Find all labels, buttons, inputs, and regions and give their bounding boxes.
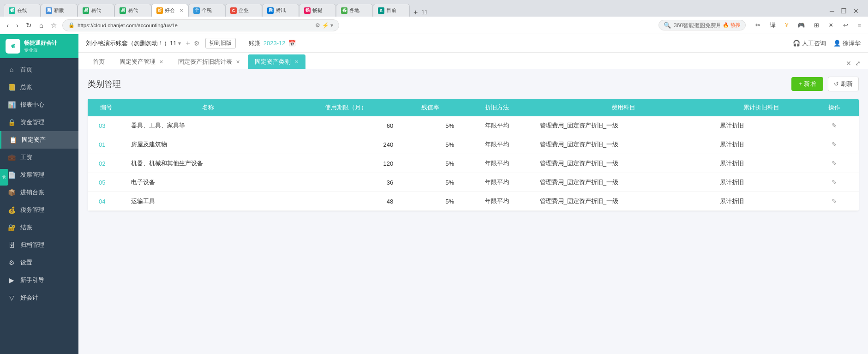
edit-btn-0[interactable]: ✎ (830, 121, 839, 130)
tab-label-depreciation-table: 固定资产折旧统计表 (178, 58, 232, 66)
sidebar-item-more[interactable]: ▽ 好会计 (0, 289, 78, 306)
home-btn[interactable]: ⌂ (37, 20, 45, 30)
browser-tab-yidai2[interactable]: 易 易代 (114, 4, 151, 17)
cell-expense-1: 管理费用_固定资产折旧_一级 (533, 135, 714, 154)
ledger-nav-icon: 📒 (7, 84, 16, 91)
brightness-icon[interactable]: ☀ (826, 21, 836, 30)
expand-tab-btn[interactable]: ⤢ (855, 60, 861, 67)
search-input[interactable] (674, 22, 720, 29)
close-btn[interactable]: ✕ (853, 7, 859, 15)
new-tab-btn[interactable]: + (413, 8, 418, 17)
browser-tab-bar: 畅 在线 新 新版 易 易代 易 易代 好 好会 ✕ 个 个税 C 企业 腾 (0, 0, 868, 17)
add-account-btn[interactable]: + (186, 39, 190, 48)
browser-tab-tengxun[interactable]: 腾 腾讯 (262, 4, 299, 17)
browser-tab-changte[interactable]: 畅 畅提 (299, 4, 336, 17)
col-header-period: 使用期限（月） (292, 99, 400, 116)
tab-list-btn[interactable]: 11 (421, 9, 427, 16)
tab-favicon-11: S (378, 7, 384, 14)
left-edge-icons: 食 (0, 169, 8, 186)
browser-tab-zaixin[interactable]: 畅 在线 (4, 4, 41, 17)
address-bar-row: ‹ › ↻ ⌂ ☆ 🔒 https://cloud.chanjet.com/ac… (0, 17, 868, 34)
tab-fixed-assets-mgmt[interactable]: 固定资产管理 ✕ (113, 54, 170, 69)
tab-bar-controls: ✕ ⤢ (846, 60, 861, 69)
tab-close-fixed-assets-mgmt[interactable]: ✕ (159, 59, 163, 65)
sidebar-item-closing[interactable]: 🔐 结账 (0, 219, 78, 236)
grid-icon[interactable]: ⊞ (812, 21, 821, 30)
sidebar-item-guide[interactable]: ▶ 新手引导 (0, 271, 78, 289)
old-version-btn[interactable]: 切到旧版 (205, 38, 236, 48)
tab-home[interactable]: 首页 (86, 54, 112, 69)
tab-actions: + 11 (410, 8, 431, 17)
sidebar-item-inventory[interactable]: 📦 进销台账 (0, 184, 78, 201)
menu-icon[interactable]: ≡ (855, 21, 863, 30)
tab-label-10: 各地 (349, 7, 359, 14)
col-header-expense: 费用科目 (533, 99, 714, 116)
close-tab-btn[interactable]: ✕ (846, 60, 851, 67)
tab-label-11: 目前 (386, 7, 396, 14)
refresh-btn[interactable]: ↺ 刷新 (828, 77, 859, 91)
col-header-code: 编号 (88, 99, 125, 116)
sidebar-item-funds[interactable]: 🔒 资金管理 (0, 114, 78, 131)
company-name: 刘小艳演示账套（勿删勿动！）11 (86, 39, 176, 48)
game-icon[interactable]: 🎮 (795, 21, 807, 30)
company-dropdown[interactable]: 刘小艳演示账套（勿删勿动！）11 ▾ (86, 39, 181, 48)
coin-icon[interactable]: ¥ (783, 21, 790, 30)
tab-close-fixed-assets-category[interactable]: ✕ (294, 59, 299, 65)
sidebar-item-settings[interactable]: ⚙ 设置 (0, 254, 78, 271)
bookmark-btn[interactable]: ☆ (49, 20, 59, 30)
edit-btn-2[interactable]: ✎ (830, 159, 839, 168)
sidebar-item-payroll[interactable]: 💼 工资 (0, 149, 78, 166)
undo-icon[interactable]: ↩ (841, 21, 850, 30)
reload-btn[interactable]: ↻ (24, 20, 34, 30)
sidebar-item-invoice[interactable]: 📄 发票管理 (0, 166, 78, 184)
app-container: 畅 畅捷通好会计 专业版 ⌂ 首页 📒 总账 📊 报表中心 (0, 34, 868, 354)
edit-btn-1[interactable]: ✎ (830, 140, 839, 149)
minimize-btn[interactable]: ─ (830, 7, 834, 15)
browser-tab-close-5[interactable]: ✕ (180, 8, 183, 13)
user-info[interactable]: 👤 徐泽华 (833, 39, 861, 48)
sidebar-label-ledger: 总账 (20, 83, 32, 91)
sidebar-item-ledger[interactable]: 📒 总账 (0, 78, 78, 96)
cell-name-1: 房屋及建筑物 (125, 135, 292, 154)
sidebar-label-tax: 税务管理 (20, 206, 44, 214)
sidebar-item-archive[interactable]: 🗄 归档管理 (0, 236, 78, 254)
app-header: 刘小艳演示账套（勿删勿动！）11 ▾ + ⚙ 切到旧版 账期 2023-12 📅… (78, 34, 868, 53)
tab-close-depreciation-table[interactable]: ✕ (236, 59, 240, 65)
translate-icon[interactable]: 译 (767, 20, 778, 30)
cell-code-1: 01 (88, 135, 125, 154)
browser-tab-xinban[interactable]: 新 新版 (41, 4, 78, 17)
calendar-icon[interactable]: 📅 (288, 40, 296, 47)
header-settings-btn[interactable]: ⚙ (194, 40, 200, 47)
browser-tab-geshui[interactable]: 个 个税 (188, 4, 225, 17)
browser-tab-muqian[interactable]: S 目前 (373, 4, 410, 17)
sidebar-item-reports[interactable]: 📊 报表中心 (0, 96, 78, 114)
forward-btn[interactable]: › (14, 20, 20, 30)
tab-fixed-assets-category[interactable]: 固定资产类别 ✕ (248, 54, 305, 69)
inventory-nav-icon: 📦 (7, 189, 16, 196)
logo-icon: 畅 (6, 39, 20, 54)
sidebar-item-tax[interactable]: 💰 税务管理 (0, 201, 78, 219)
cell-residual-0: 5% (400, 116, 461, 135)
cell-name-0: 器具、工具、家具等 (125, 116, 292, 135)
add-btn[interactable]: + 新增 (791, 77, 823, 91)
back-btn[interactable]: ‹ (5, 20, 11, 30)
tab-label-home: 首页 (93, 58, 105, 66)
cut-icon[interactable]: ✂ (753, 21, 763, 30)
consult-btn[interactable]: 🎧 人工咨询 (793, 39, 826, 48)
maximize-btn[interactable]: ❐ (841, 7, 847, 15)
tab-depreciation-table[interactable]: 固定资产折旧统计表 ✕ (171, 54, 247, 69)
browser-tab-haohui[interactable]: 好 好会 ✕ (151, 4, 188, 17)
browser-tab-gedi[interactable]: 各 各地 (336, 4, 373, 17)
search-bar[interactable]: 🔍 🔥 热搜 (658, 20, 746, 30)
edge-icon-1[interactable]: 食 (0, 169, 8, 186)
edit-btn-3[interactable]: ✎ (830, 178, 839, 187)
edit-btn-4[interactable]: ✎ (830, 197, 839, 206)
sidebar-item-fixed-assets[interactable]: 📋 固定资产 (0, 131, 78, 149)
cell-depreciation-4: 累计折旧 (713, 192, 810, 211)
browser-tab-qiye[interactable]: C 企业 (225, 4, 262, 17)
sidebar-label-closing: 结账 (20, 223, 32, 232)
period-info: 账期 2023-12 📅 (249, 39, 296, 48)
sidebar-item-home[interactable]: ⌂ 首页 (0, 61, 78, 78)
address-bar[interactable]: 🔒 https://cloud.chanjet.com/accounting/u… (62, 19, 339, 31)
browser-tab-yidai1[interactable]: 易 易代 (78, 4, 114, 17)
